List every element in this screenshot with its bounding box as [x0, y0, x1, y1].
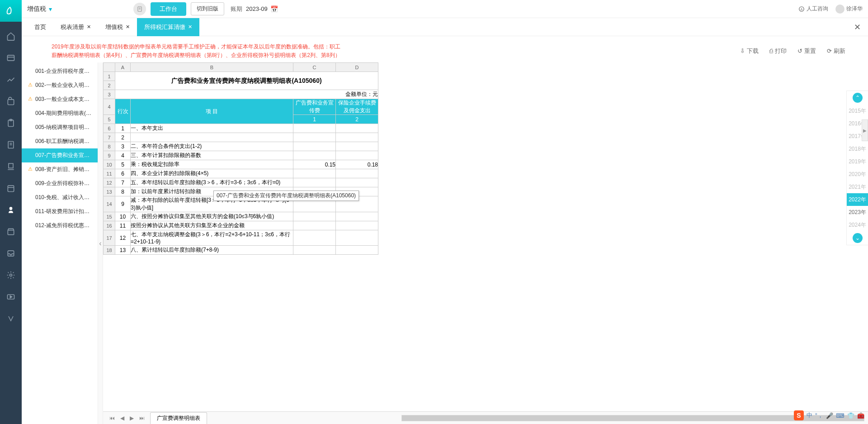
cell-seq[interactable]: 10	[115, 212, 131, 221]
cell-item[interactable]: 三、本年计算扣除限额的基数	[131, 151, 293, 160]
ime-punct[interactable]: °，	[815, 411, 823, 419]
cell-seq[interactable]: 3	[115, 142, 131, 151]
reset-button[interactable]: ↺重置	[797, 43, 816, 60]
row-header[interactable]: 9	[104, 151, 115, 160]
tax-icon[interactable]	[6, 205, 15, 214]
year-item[interactable]: 2018年	[847, 143, 868, 155]
cell-seq[interactable]: 11	[115, 221, 131, 230]
year-item[interactable]: 2020年	[847, 168, 868, 181]
cell-seq[interactable]: 9	[115, 196, 131, 212]
clipboard-icon[interactable]	[6, 119, 15, 128]
cell-seq[interactable]: 13	[115, 246, 131, 255]
row-header[interactable]: 12	[104, 178, 115, 187]
cell-value-d[interactable]	[336, 124, 378, 133]
form-list-item[interactable]: 010-免税、减计收入及加计...	[22, 191, 98, 205]
refresh-button[interactable]: ⟳刷新	[827, 43, 845, 60]
cell-value-d[interactable]	[336, 230, 378, 246]
cell-item[interactable]: 八、累计结转以后年度扣除额(7+8-9)	[131, 246, 293, 255]
close-all-tabs-icon[interactable]: ✕	[852, 22, 863, 33]
tab-close-icon[interactable]: ✕	[87, 24, 91, 30]
form-list-item[interactable]: 001-企业所得税年度纳税申...	[22, 64, 98, 78]
year-item[interactable]: 2022年	[847, 193, 868, 206]
cell-item[interactable]: 六、按照分摊协议归集至其他关联方的金额(10≤3与6孰小值)	[131, 212, 293, 221]
form-list-item[interactable]: 009-企业所得税弥补亏损明...	[22, 176, 98, 191]
row-header[interactable]: 15	[104, 212, 115, 221]
cell-value-d[interactable]	[336, 133, 378, 142]
ime-lang[interactable]: 中	[807, 411, 812, 419]
ime-toolbox-icon[interactable]: 🧰	[857, 412, 864, 419]
year-item[interactable]: 2024年	[847, 219, 868, 231]
cell-item[interactable]: 二、本年符合条件的支出(1-2)	[131, 142, 293, 151]
cell-value-c[interactable]	[293, 221, 336, 230]
collapse-handle[interactable]: ‹	[98, 62, 103, 424]
cell-seq[interactable]: 12	[115, 230, 131, 246]
tab-3[interactable]: 所得税汇算清缴✕	[137, 18, 199, 36]
col-header-b[interactable]: B	[131, 63, 293, 72]
cell-value-c[interactable]: 0.15	[293, 160, 336, 169]
doc-icon-button[interactable]	[133, 3, 146, 15]
video-icon[interactable]	[6, 292, 15, 301]
form-list-item[interactable]: ⚠008-资产折旧、摊销及纳税...	[22, 162, 98, 176]
module-dropdown[interactable]: 增值税 ▾	[27, 5, 52, 13]
form-list-item[interactable]: 004-期间费用明细表(A1040...	[22, 106, 98, 120]
bag-icon[interactable]	[6, 97, 15, 106]
cell-value-c[interactable]	[293, 230, 336, 246]
consult-button[interactable]: 人工咨询	[798, 5, 828, 13]
workbench-button[interactable]: 工作台	[151, 2, 186, 16]
gear-icon[interactable]	[6, 271, 15, 280]
form-list-item[interactable]: 006-职工薪酬纳税调整明细...	[22, 134, 98, 148]
invoice-icon[interactable]	[6, 140, 15, 149]
year-item[interactable]: 2023年	[847, 206, 868, 219]
old-version-button[interactable]: 切到旧版	[191, 2, 224, 15]
cell-value-c[interactable]	[293, 142, 336, 151]
cell-item[interactable]: 七、本年支出纳税调整金额(3＞6，本行=2+3-6+10-11；3≤6，本行=2…	[131, 230, 293, 246]
print-button[interactable]: ⎙打印	[769, 43, 787, 60]
row-header[interactable]: 16	[104, 221, 115, 230]
row-header[interactable]: 18	[104, 246, 115, 255]
cell-value-c[interactable]	[293, 246, 336, 255]
year-item[interactable]: 2015年	[847, 105, 868, 117]
cell-value-d[interactable]	[336, 212, 378, 221]
cell-value-c[interactable]	[293, 212, 336, 221]
cell-value-d[interactable]	[336, 221, 378, 230]
form-list-item[interactable]: 012-减免所得税优惠明细表(...	[22, 219, 98, 233]
year-scroll-up-icon[interactable]: ⌃	[853, 93, 863, 103]
year-scroll-down-icon[interactable]: ⌄	[853, 233, 863, 243]
spreadsheet[interactable]: A B C D 1广告费和业务宣传费跨年度纳税调整明细表(A105060) 2 …	[103, 62, 378, 255]
cell-seq[interactable]: 7	[115, 178, 131, 187]
period-value[interactable]: 2023-09	[246, 5, 268, 12]
year-item[interactable]: 2019年	[847, 155, 868, 168]
card-icon[interactable]	[6, 53, 15, 62]
calendar-picker-icon[interactable]: 📅	[270, 5, 278, 13]
sheet-nav-prev[interactable]: ◀	[118, 415, 127, 421]
home-icon[interactable]	[6, 32, 15, 41]
col-header-c[interactable]: C	[293, 63, 336, 72]
year-item[interactable]: 2021年	[847, 181, 868, 193]
cell-value-c[interactable]	[293, 124, 336, 133]
form-list-item[interactable]: 005-纳税调整项目明细表(A1...	[22, 120, 98, 134]
cell-seq[interactable]: 8	[115, 187, 131, 196]
archive-icon[interactable]	[6, 227, 15, 236]
expand-right-icon[interactable]: ▶	[862, 119, 868, 141]
cell-item[interactable]	[131, 133, 293, 142]
cell-value-c[interactable]	[293, 151, 336, 160]
sogou-icon[interactable]: S	[794, 410, 804, 420]
chart-icon[interactable]	[6, 75, 15, 84]
tab-1[interactable]: 税表清册✕	[53, 18, 98, 36]
cell-value-c[interactable]	[293, 133, 336, 142]
ime-keyboard-icon[interactable]: ⌨	[836, 412, 844, 419]
cell-value-d[interactable]	[336, 178, 378, 187]
cell-value-d[interactable]	[336, 151, 378, 160]
tab-close-icon[interactable]: ✕	[188, 24, 192, 30]
cell-item[interactable]: 四、本企业计算的扣除限额(4×5)	[131, 169, 293, 178]
row-header[interactable]: 8	[104, 142, 115, 151]
row-header[interactable]: 13	[104, 187, 115, 196]
v-icon[interactable]	[6, 314, 15, 323]
form-list-item[interactable]: 011-研发费用加计扣除优惠...	[22, 205, 98, 219]
form-list-item[interactable]: 007-广告费和业务宣传费跨...	[22, 148, 98, 162]
ime-skin-icon[interactable]: 👕	[847, 412, 854, 419]
cell-item[interactable]: 五、本年结转以后年度扣除额(3＞6，本行=3-6；3≤6，本行=0)	[131, 178, 293, 187]
row-header[interactable]: 17	[104, 230, 115, 246]
row-header[interactable]: 14	[104, 196, 115, 212]
cell-seq[interactable]: 4	[115, 151, 131, 160]
